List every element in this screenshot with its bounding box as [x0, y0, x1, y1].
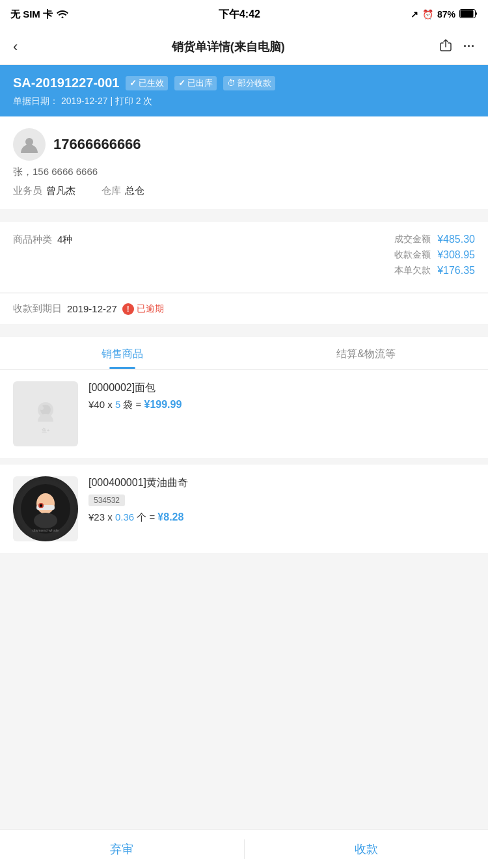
nav-left: ‹: [13, 38, 18, 55]
wifi-icon: [57, 9, 68, 20]
product-count-row: 商品种类 4种: [13, 234, 72, 246]
sales-meta: 业务员 曾凡杰: [13, 185, 75, 197]
deal-amount-value: ¥485.30: [437, 234, 475, 245]
price-base-2: ¥23: [88, 511, 105, 522]
order-date: 单据日期： 2019-12-27 | 打印 2 次: [13, 96, 475, 107]
back-button[interactable]: ‹: [13, 38, 18, 55]
product-count-value: 4种: [57, 234, 72, 246]
nav-bar: ‹ 销货单详情(来自电脑) ···: [0, 29, 488, 65]
order-id: SA-20191227-001: [13, 75, 119, 90]
svg-rect-1: [460, 10, 473, 17]
price-qty-1: 5: [115, 399, 120, 410]
status-badge-shipped: 已出库: [174, 76, 217, 90]
status-bar: 无 SIM 卡 下午4:42 ↗ ⏰ 87%: [0, 0, 488, 29]
product-info-1: [0000002]面包 ¥40 x 5 袋 = ¥199.99: [88, 381, 475, 411]
svg-point-12: [34, 513, 57, 528]
carrier-text: 无 SIM 卡: [10, 8, 53, 21]
due-section: 收款到期日 2019-12-27 ! 已逾期: [0, 293, 488, 324]
bottom-bar: 弃审 收款: [0, 829, 488, 868]
order-header: SA-20191227-001 已生效 已出库 部分收款 单据日期： 2019-…: [0, 65, 488, 116]
tab-products[interactable]: 销售商品: [0, 337, 244, 369]
customer-sub: 张，156 6666 6666: [13, 166, 475, 178]
sales-value: 曾凡杰: [46, 185, 75, 197]
avatar: [13, 128, 46, 161]
svg-text:鱼+: 鱼+: [42, 427, 50, 433]
share-icon[interactable]: [439, 38, 453, 55]
svg-point-5: [40, 406, 44, 410]
price-total-1: ¥199.99: [144, 399, 182, 410]
payment-button[interactable]: 收款: [245, 830, 489, 868]
product-tag-2: 534532: [88, 495, 125, 506]
customer-phone: 17666666666: [53, 136, 141, 153]
product-price-1: ¥40 x 5 袋 = ¥199.99: [88, 399, 475, 411]
svg-point-11: [40, 504, 42, 507]
price-eq-1: =: [136, 399, 144, 410]
price-unit-1: 袋: [123, 399, 133, 410]
check-icon: [129, 78, 137, 88]
stats-left: 商品种类 4种: [13, 234, 72, 247]
status-badge-partial: 部分收款: [223, 76, 275, 90]
debt-amount-row: 本单欠款 ¥176.35: [394, 265, 475, 277]
product-count-label: 商品种类: [13, 234, 52, 246]
tabs-container: 销售商品 结算&物流等: [0, 337, 488, 370]
price-qty-2: 0.36: [115, 511, 134, 522]
customer-top: 17666666666: [13, 128, 475, 161]
svg-text:diamond whale: diamond whale: [33, 528, 59, 532]
more-icon[interactable]: ···: [463, 40, 475, 53]
section-separator-2: [0, 324, 488, 331]
received-amount-row: 收款金额 ¥308.95: [394, 249, 475, 261]
location-icon: ↗: [411, 9, 418, 20]
debt-amount-value: ¥176.35: [437, 265, 475, 277]
status-time: 下午4:42: [219, 8, 260, 21]
price-eq-2: =: [149, 511, 157, 522]
svg-point-8: [36, 493, 55, 514]
customer-section: 17666666666 张，156 6666 6666 业务员 曾凡杰 仓库 总…: [0, 116, 488, 209]
overdue-badge: ! 已逾期: [122, 303, 164, 315]
warehouse-label: 仓库: [102, 185, 121, 197]
received-label: 收款金额: [394, 249, 431, 261]
check-icon-2: [178, 78, 185, 88]
battery-icon: [459, 9, 478, 20]
bottom-spacer: [0, 560, 488, 605]
order-header-top: SA-20191227-001 已生效 已出库 部分收款: [13, 75, 475, 90]
price-unit-2: 个: [137, 511, 146, 522]
product-price-2: ¥23 x 0.36 个 = ¥8.28: [88, 511, 475, 524]
clock-icon: [227, 78, 236, 88]
price-x-2: x: [107, 511, 115, 522]
abandon-review-button[interactable]: 弃审: [0, 830, 244, 868]
product-info-2: [000400001]黄油曲奇 534532 ¥23 x 0.36 个 = ¥8…: [88, 476, 475, 524]
battery-text: 87%: [437, 9, 455, 20]
page-title: 销货单详情(来自电脑): [172, 39, 285, 55]
alarm-icon: ⏰: [422, 9, 433, 20]
sales-label: 业务员: [13, 185, 42, 197]
status-right: ↗ ⏰ 87%: [411, 9, 478, 20]
nav-right: ···: [439, 38, 475, 55]
customer-meta: 业务员 曾凡杰 仓库 总仓: [13, 185, 475, 197]
stats-right: 成交金额 ¥485.30 收款金额 ¥308.95 本单欠款 ¥176.35: [394, 234, 475, 280]
product-name-1: [0000002]面包: [88, 381, 475, 395]
overdue-text: 已逾期: [137, 303, 164, 315]
status-left: 无 SIM 卡: [10, 8, 68, 21]
product-image-2: diamond whale: [13, 476, 78, 541]
product-image-1: 鱼+: [13, 381, 78, 446]
tab-settlement[interactable]: 结算&物流等: [244, 337, 488, 369]
overdue-icon: !: [122, 303, 134, 315]
due-label: 收款到期日: [13, 303, 62, 315]
price-x-1: x: [107, 399, 115, 410]
section-separator-1: [0, 215, 488, 222]
stats-section: 商品种类 4种 成交金额 ¥485.30 收款金额 ¥308.95 本单欠款 ¥…: [0, 222, 488, 292]
price-total-2: ¥8.28: [157, 511, 183, 522]
received-amount-value: ¥308.95: [437, 249, 475, 261]
deal-amount-row: 成交金额 ¥485.30: [394, 234, 475, 245]
debt-label: 本单欠款: [394, 265, 431, 277]
status-badge-active: 已生效: [126, 76, 168, 90]
tabs: 销售商品 结算&物流等: [0, 337, 488, 369]
deal-amount-label: 成交金额: [394, 234, 431, 245]
warehouse-value: 总仓: [125, 185, 144, 197]
list-item: 鱼+ [0000002]面包 ¥40 x 5 袋 = ¥199.99: [0, 370, 488, 458]
product-name-2: [000400001]黄油曲奇: [88, 476, 475, 490]
list-item: diamond whale [000400001]黄油曲奇 534532 ¥23…: [0, 465, 488, 553]
warehouse-meta: 仓库 总仓: [102, 185, 144, 197]
due-date-value: 2019-12-27: [67, 303, 117, 314]
price-base-1: ¥40: [88, 399, 105, 410]
